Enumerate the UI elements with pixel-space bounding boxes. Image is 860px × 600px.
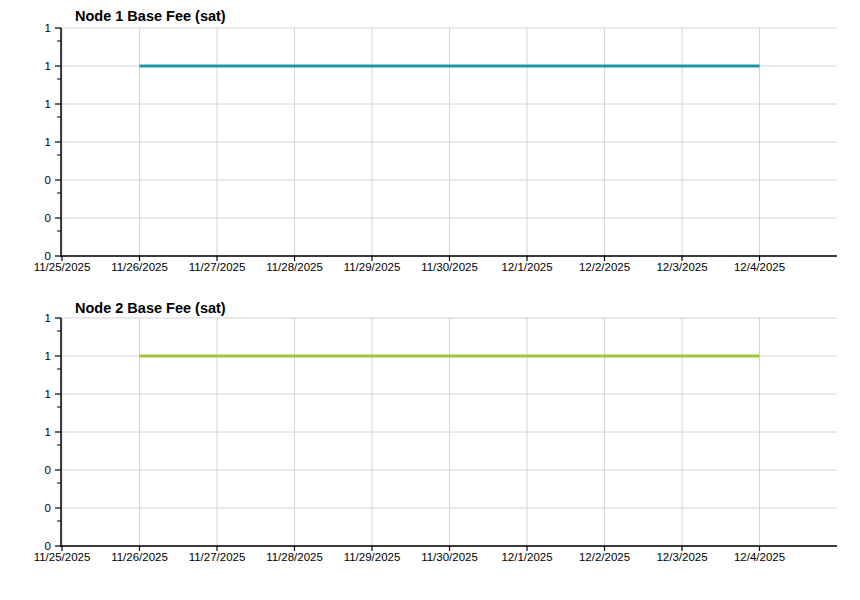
chart-title: Node 1 Base Fee (sat) xyxy=(75,8,226,24)
x-tick-label: 12/4/2025 xyxy=(734,551,785,563)
y-tick-label: 1 xyxy=(45,388,51,400)
node-1-chart-canvas: Node 1 Base Fee (sat) 111100011/25/20251… xyxy=(0,0,860,290)
x-tick-label: 12/4/2025 xyxy=(734,261,785,273)
x-tick-label: 12/3/2025 xyxy=(656,551,707,563)
x-tick-label: 12/2/2025 xyxy=(579,261,630,273)
x-tick-label: 11/29/2025 xyxy=(344,261,401,273)
x-tick-label: 11/27/2025 xyxy=(189,551,246,563)
chart-title: Node 2 Base Fee (sat) xyxy=(75,300,226,316)
y-tick-label: 0 xyxy=(45,174,51,186)
y-tick-label: 0 xyxy=(45,212,51,224)
x-tick-label: 11/28/2025 xyxy=(266,261,323,273)
x-tick-label: 11/27/2025 xyxy=(189,261,246,273)
plot-area: 111100011/25/202511/26/202511/27/202511/… xyxy=(34,22,837,273)
plot-area: 111100011/25/202511/26/202511/27/202511/… xyxy=(34,312,837,563)
node-2-base-fee-chart: Node 2 Base Fee (sat) 111100011/25/20251… xyxy=(0,290,860,580)
y-tick-label: 1 xyxy=(45,60,51,72)
x-tick-label: 12/3/2025 xyxy=(656,261,707,273)
y-tick-label: 1 xyxy=(45,426,51,438)
y-tick-label: 1 xyxy=(45,22,51,34)
x-tick-label: 11/25/2025 xyxy=(34,261,91,273)
x-tick-label: 11/26/2025 xyxy=(111,261,168,273)
base-fee-dashboard: Node 1 Base Fee (sat) 111100011/25/20251… xyxy=(0,0,860,600)
y-tick-label: 1 xyxy=(45,136,51,148)
x-tick-label: 12/1/2025 xyxy=(501,551,552,563)
x-tick-label: 11/28/2025 xyxy=(266,551,323,563)
x-tick-label: 11/30/2025 xyxy=(421,551,478,563)
x-tick-label: 12/2/2025 xyxy=(579,551,630,563)
y-tick-label: 1 xyxy=(45,350,51,362)
node-1-base-fee-chart: Node 1 Base Fee (sat) 111100011/25/20251… xyxy=(0,0,860,290)
y-tick-label: 1 xyxy=(45,98,51,110)
x-tick-label: 12/1/2025 xyxy=(501,261,552,273)
y-tick-label: 1 xyxy=(45,312,51,324)
x-tick-label: 11/29/2025 xyxy=(344,551,401,563)
x-tick-label: 11/25/2025 xyxy=(34,551,91,563)
node-2-chart-canvas: Node 2 Base Fee (sat) 111100011/25/20251… xyxy=(0,290,860,580)
y-tick-label: 0 xyxy=(45,464,51,476)
x-tick-label: 11/26/2025 xyxy=(111,551,168,563)
y-tick-label: 0 xyxy=(45,502,51,514)
x-tick-label: 11/30/2025 xyxy=(421,261,478,273)
